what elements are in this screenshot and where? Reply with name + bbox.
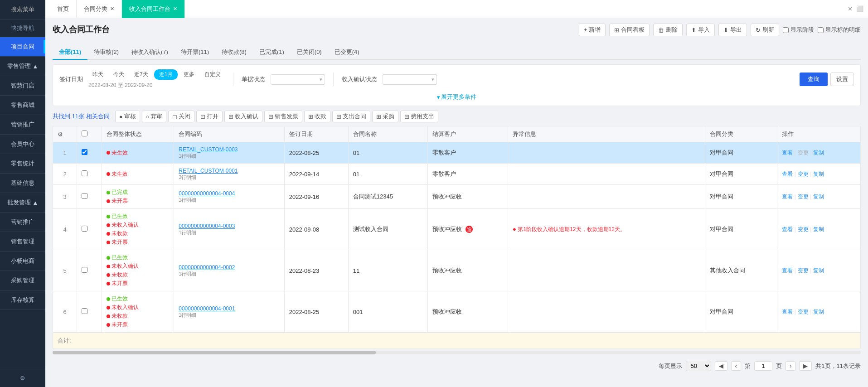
prev-page-btn[interactable]: ‹ [731,361,741,371]
row-checkbox[interactable] [77,291,102,333]
op-change[interactable]: 变更 [798,226,809,232]
first-page-btn[interactable]: ◀ [715,361,727,371]
add-button[interactable]: + 新增 [579,24,606,36]
op-copy[interactable]: 复制 [813,194,824,200]
filter-custom[interactable]: 自定义 [200,69,225,80]
filter-more[interactable]: 更多 [179,69,199,80]
collect-btn[interactable]: ⊞ 收款 [304,111,330,122]
show-mark-check[interactable]: 显示标的明细 [818,26,861,34]
op-change[interactable]: 变更 [798,267,809,274]
expand-more-btn[interactable]: ▾ 展开更多条件 [437,93,476,101]
last-page-btn[interactable]: ▶ [799,361,812,371]
page-input[interactable] [754,361,772,371]
tab-home[interactable]: 首页 [50,0,77,18]
op-view[interactable]: 查看 [782,267,793,274]
sidebar-item-retail-stats[interactable]: 零售统计 [0,154,45,174]
sidebar-item-purchase-mgmt[interactable]: 采购管理 [0,271,45,290]
sidebar-item-xiaochangec[interactable]: 小畅电商 [0,252,45,271]
sidebar-item-basic-info[interactable]: 基础信息 [0,174,45,193]
next-page-btn[interactable]: › [786,361,795,371]
close-contract-btn[interactable]: ◻ 关闭 [168,111,194,122]
sidebar-search[interactable]: 搜索菜单 [0,0,45,19]
setting-button[interactable]: 设置 [830,73,854,86]
row-checkbox[interactable] [77,185,102,209]
page-size-select[interactable]: 50 100 200 [686,361,711,371]
contract-board-button[interactable]: ⊞ 合同看板 [609,24,650,36]
contract-code-link[interactable]: RETAIL_CUSTOM-0001 [179,168,238,174]
sidebar-item-retail-mgmt[interactable]: 零售管理▲ [0,57,45,76]
delete-button[interactable]: 🗑 删除 [653,24,683,36]
op-copy[interactable]: 复制 [813,226,824,232]
out-contract-btn[interactable]: ⊟ 支出合同 [332,111,370,122]
op-view[interactable]: 查看 [782,171,793,177]
sidebar-settings[interactable]: ⚙ [0,369,45,387]
show-stage-check[interactable]: 显示阶段 [783,26,814,34]
sub-tab-pending-invoice[interactable]: 待开票(11) [175,45,215,60]
sub-tab-all[interactable]: 全部(11) [53,45,87,60]
close-tab-income-workbench[interactable]: ✕ [173,6,177,12]
sub-tab-closed[interactable]: 已关闭(0) [291,45,328,60]
op-copy[interactable]: 复制 [813,150,824,156]
op-change[interactable]: 变更 [798,309,809,315]
filter-today[interactable]: 今天 [109,69,128,80]
sidebar-item-smart-store[interactable]: 智慧门店 [0,76,45,96]
print-btn[interactable]: ⊡ 打开 [196,111,223,122]
sidebar-item-marketing[interactable]: 营销推广 [0,115,45,135]
op-view[interactable]: 查看 [782,226,793,232]
tab-income-workbench[interactable]: 收入合同工作台 ✕ [122,0,185,18]
contract-code-link[interactable]: 00000000000004-0003 [179,223,235,229]
sidebar-nav[interactable]: 快捷导航 [0,19,45,37]
sidebar-item-project[interactable]: 项目合同 [0,37,45,57]
scrollbar-thumb[interactable] [53,351,376,354]
op-change[interactable]: 变更 [798,171,809,177]
select-all-checkbox[interactable] [82,131,87,136]
window-close-icon[interactable]: ✕ [848,5,853,12]
th-settings[interactable]: ⚙ [53,126,77,142]
row-checkbox[interactable] [77,164,102,185]
filter-yesterday[interactable]: 昨天 [88,69,107,80]
tab-contract-classify[interactable]: 合同分类 ✕ [77,0,122,18]
purchase-btn[interactable]: ⊞ 采购 [372,111,398,122]
op-copy[interactable]: 复制 [813,171,824,177]
op-view[interactable]: 查看 [782,194,793,200]
sub-tab-changed[interactable]: 已变更(4) [328,45,366,60]
op-view[interactable]: 查看 [782,309,793,315]
contract-code-link[interactable]: RETAIL_CUSTOM-0003 [179,146,238,153]
import-button[interactable]: ⬆ 导入 [686,24,715,36]
row-checkbox[interactable] [77,250,102,291]
review-btn[interactable]: ● 审核 [115,111,140,122]
income-confirm-select[interactable] [383,74,437,85]
expense-out-btn[interactable]: ⊟ 费用支出 [400,111,438,122]
sub-tab-pending-review[interactable]: 待审核(2) [87,45,125,60]
filter-7days[interactable]: 近7天 [130,69,152,80]
op-copy[interactable]: 复制 [813,267,824,274]
sidebar-item-inventory[interactable]: 库存核算 [0,290,45,310]
op-view[interactable]: 查看 [782,150,793,156]
close-tab-contract-classify[interactable]: ✕ [110,6,114,12]
op-change[interactable]: 变更 [798,194,809,200]
sales-invoice-btn[interactable]: ⊟ 销售发票 [264,111,302,122]
sub-tab-pending-confirm[interactable]: 待收入确认(7) [125,45,175,60]
sidebar-item-member[interactable]: 会员中心 [0,135,45,154]
sub-tab-completed[interactable]: 已完成(1) [253,45,291,60]
op-copy[interactable]: 复制 [813,309,824,315]
window-maximize-icon[interactable]: ⬜ [856,5,863,12]
sidebar-item-sales-mgmt[interactable]: 销售管理 [0,232,45,252]
contract-code-link[interactable]: 00000000000004-0002 [179,264,235,271]
sidebar-item-wholesale-mgmt[interactable]: 批发管理▲ [0,193,45,213]
sub-tab-pending-payment[interactable]: 待收款(8) [215,45,253,60]
refresh-button[interactable]: ↻ 刷新 [751,24,779,36]
filter-1month[interactable]: 近1月 [154,69,178,80]
abandon-btn[interactable]: ○ 弃审 [142,111,167,122]
row-checkbox[interactable] [77,142,102,164]
row-checkbox[interactable] [77,209,102,250]
sidebar-item-retail-mall[interactable]: 零售商城 [0,96,45,115]
contract-code-link[interactable]: 00000000000004-0004 [179,190,235,197]
contract-code-link[interactable]: 00000000000004-0001 [179,305,235,312]
income-confirm-btn[interactable]: ⊞ 收入确认 [224,111,262,122]
horizontal-scrollbar[interactable] [53,351,861,354]
export-button[interactable]: ⬇ 导出 [718,24,747,36]
doc-status-select[interactable] [271,74,325,85]
sidebar-item-marketing2[interactable]: 营销推广 [0,213,45,232]
query-button[interactable]: 查询 [800,73,828,86]
